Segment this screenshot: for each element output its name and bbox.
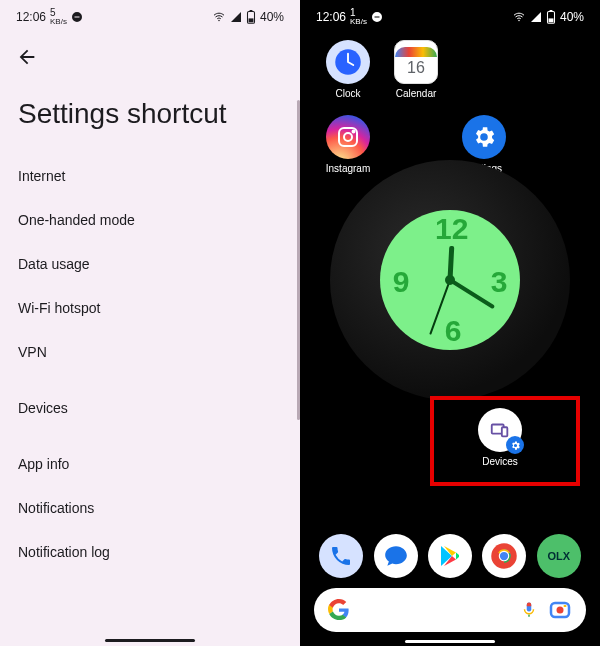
shortcut-notification-log[interactable]: Notification log [0, 530, 300, 574]
page-title: Settings shortcut [0, 68, 300, 154]
shortcut-data-usage[interactable]: Data usage [0, 242, 300, 286]
arrow-back-icon [16, 46, 38, 68]
analog-clock-face: 12 3 6 9 [380, 210, 520, 350]
app-calendar[interactable]: 16 Calendar [382, 40, 450, 99]
app-label: Clock [335, 88, 360, 99]
battery-icon [546, 10, 556, 24]
settings-shortcut-screen: 12:06 5KB/s 40% Settings shortcut Intern… [0, 0, 300, 646]
shortcut-devices-home[interactable]: Devices [478, 408, 522, 467]
devices-shortcut-icon [478, 408, 522, 452]
svg-rect-13 [502, 427, 508, 436]
battery-icon [246, 10, 256, 24]
shortcut-app-info[interactable]: App info [0, 442, 300, 486]
svg-rect-2 [250, 10, 253, 11]
status-bar: 12:06 5KB/s 40% [0, 0, 300, 30]
svg-point-0 [218, 20, 220, 22]
signal-icon [530, 11, 542, 23]
dock-play-store[interactable] [428, 534, 472, 578]
status-bar: 12:06 1KB/s 40% [300, 0, 600, 30]
svg-point-4 [518, 20, 520, 22]
home-screen: 12:06 1KB/s 40% Clock 16 [300, 0, 600, 646]
instagram-icon [326, 115, 370, 159]
wifi-icon [512, 11, 526, 23]
status-battery: 40% [260, 10, 284, 24]
dock-messages[interactable] [374, 534, 418, 578]
calendar-icon: 16 [394, 40, 438, 84]
wifi-icon [212, 11, 226, 23]
status-battery: 40% [560, 10, 584, 24]
shortcut-internet[interactable]: Internet [0, 154, 300, 198]
nav-handle[interactable] [405, 640, 495, 643]
do-not-disturb-icon [371, 11, 383, 23]
signal-icon [230, 11, 242, 23]
google-g-icon [328, 599, 350, 621]
svg-point-10 [344, 133, 352, 141]
dock-phone[interactable] [319, 534, 363, 578]
svg-rect-7 [549, 18, 554, 22]
clock-widget[interactable]: 12 3 6 9 [340, 170, 560, 390]
shortcut-wifi-hotspot[interactable]: Wi-Fi hotspot [0, 286, 300, 330]
status-speed: 1KB/s [350, 8, 367, 26]
shortcut-one-handed-mode[interactable]: One-handed mode [0, 198, 300, 242]
settings-badge-icon [506, 436, 524, 454]
lens-icon[interactable] [548, 598, 572, 622]
status-speed: 5KB/s [50, 8, 67, 26]
svg-point-11 [353, 131, 355, 133]
svg-rect-6 [550, 10, 553, 11]
settings-icon [462, 115, 506, 159]
dock-olx[interactable]: OLX [537, 534, 581, 578]
app-instagram[interactable]: Instagram [314, 115, 382, 174]
clock-icon [326, 40, 370, 84]
dock-chrome[interactable] [482, 534, 526, 578]
nav-handle[interactable] [105, 639, 195, 642]
dock: OLX [300, 534, 600, 578]
do-not-disturb-icon [71, 11, 83, 23]
svg-rect-3 [249, 18, 254, 22]
svg-rect-20 [564, 605, 567, 607]
mic-icon[interactable] [520, 599, 538, 621]
search-bar[interactable] [314, 588, 586, 632]
status-time: 12:06 [316, 10, 346, 24]
app-label: Devices [482, 456, 518, 467]
shortcut-vpn[interactable]: VPN [0, 330, 300, 374]
app-label: Calendar [396, 88, 437, 99]
svg-point-19 [557, 607, 564, 614]
svg-point-17 [500, 552, 508, 560]
status-time: 12:06 [16, 10, 46, 24]
shortcut-devices[interactable]: Devices [0, 386, 300, 430]
app-clock[interactable]: Clock [314, 40, 382, 99]
back-button[interactable] [0, 30, 300, 68]
shortcut-notifications[interactable]: Notifications [0, 486, 300, 530]
